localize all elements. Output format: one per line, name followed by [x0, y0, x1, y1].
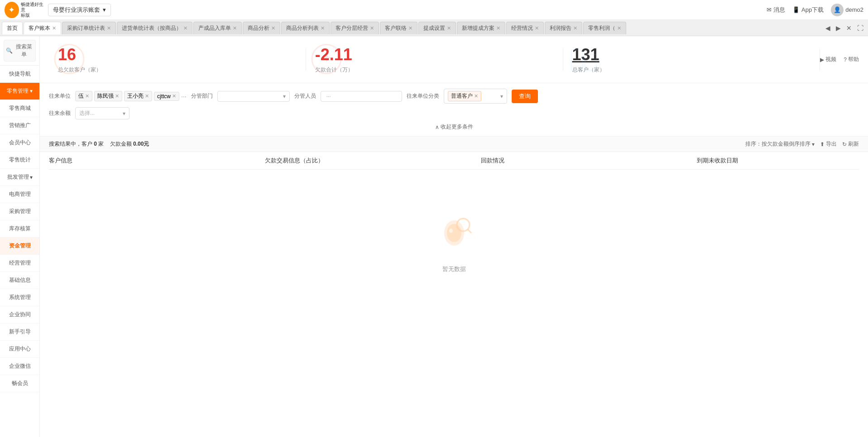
sidebar-item-quick-nav[interactable]: 快捷导航: [0, 66, 39, 83]
close-icon[interactable]: ✕: [107, 25, 111, 31]
remove-unit-type-tag[interactable]: ✕: [474, 93, 478, 99]
workspace-selector[interactable]: 母婴行业演示账套 ▾: [48, 4, 111, 16]
sidebar-item-inventory[interactable]: 库存核算: [0, 220, 39, 238]
tab-commission-settings[interactable]: 提成设置 ✕: [418, 22, 456, 34]
sidebar-item-finance[interactable]: 资金管理: [0, 238, 39, 255]
chevron-down-icon: ▾: [283, 93, 286, 100]
sidebar-item-retail-mall[interactable]: 零售商城: [0, 100, 39, 117]
close-icon[interactable]: ✕: [321, 25, 325, 31]
chevron-up-icon: ∧: [435, 124, 439, 130]
tab-cost-inbound[interactable]: 产成品入库单 ✕: [193, 22, 242, 34]
main-layout: 🔍 搜索菜单 快捷导航 零售管理 ▾ 零售商城 营销推广 会员中心 零售统计 批…: [0, 36, 868, 437]
refresh-icon: ↻: [842, 141, 847, 147]
remove-tag-chen[interactable]: ✕: [115, 93, 119, 99]
table-header: 客户信息 欠款交易信息（占比） 回款情况 到期未收款日期: [49, 152, 859, 170]
tab-goods-analysis[interactable]: 商品分析 ✕: [243, 22, 280, 34]
sidebar-item-batch-mgmt[interactable]: 批发管理 ▾: [0, 169, 39, 186]
close-icon[interactable]: ✕: [271, 25, 275, 31]
export-btn[interactable]: ⬆ 导出: [820, 140, 837, 148]
tab-goods-analysis-list[interactable]: 商品分析列表 ✕: [281, 22, 330, 34]
tab-customer-book[interactable]: 客户账本 ✕: [24, 22, 61, 34]
person-filter-input[interactable]: ···: [321, 91, 402, 102]
sidebar-item-basic-info[interactable]: 基础信息: [0, 272, 39, 289]
tab-new-commission[interactable]: 新增提成方案 ✕: [457, 22, 505, 34]
logo-icon: ✦: [5, 2, 19, 18]
chevron-down-icon: ▾: [103, 6, 106, 13]
filter-tag-wu: 伍 ✕: [75, 91, 92, 101]
download-icon: 📱: [792, 6, 800, 13]
collapse-btn[interactable]: ∧ 收起更多条件: [435, 123, 473, 131]
sidebar-item-vip-member[interactable]: 畅会员: [0, 375, 39, 392]
unit-filter-label: 往来单位: [49, 92, 71, 100]
tab-operation-status[interactable]: 经营情况 ✕: [506, 22, 544, 34]
sidebar-item-operation-mgmt[interactable]: 经营管理: [0, 255, 39, 272]
content-area: ¥ 16 总欠款客户（家） ✦ -2.11 欠款合计（万）: [40, 36, 868, 437]
message-btn[interactable]: ✉ 消息: [767, 6, 785, 14]
remove-tag-wu[interactable]: ✕: [85, 93, 89, 99]
svg-text:¥: ¥: [65, 51, 73, 65]
table-area: 客户信息 欠款交易信息（占比） 回款情况 到期未收款日期 暂: [40, 152, 868, 309]
close-icon[interactable]: ✕: [573, 25, 577, 31]
sidebar-item-new-guide[interactable]: 新手引导: [0, 323, 39, 341]
close-icon[interactable]: ✕: [535, 25, 539, 31]
close-icon[interactable]: ✕: [408, 25, 412, 31]
col-header-repayment: 回款情况: [481, 157, 697, 165]
svg-text:✦: ✦: [321, 51, 331, 65]
svg-rect-4: [571, 50, 583, 70]
close-icon[interactable]: ✕: [52, 25, 56, 31]
play-icon: ▶: [820, 57, 824, 63]
tab-purchase-order[interactable]: 采购订单统计表 ✕: [62, 22, 116, 34]
filter-row-1: 往来单位 伍 ✕ 陈民强 ✕ 王小亮 ✕ cjttcw: [49, 89, 859, 104]
search-menu-button[interactable]: 🔍 搜索菜单: [4, 40, 36, 62]
sidebar-item-ecommerce[interactable]: 电商管理: [0, 186, 39, 203]
sidebar-item-member-center[interactable]: 会员中心: [0, 134, 39, 152]
tab-next-btn[interactable]: ▶: [833, 24, 844, 32]
sidebar-item-marketing[interactable]: 营销推广: [0, 117, 39, 134]
close-icon[interactable]: ✕: [447, 25, 451, 31]
search-button[interactable]: 查询: [512, 90, 538, 103]
video-btn[interactable]: ▶ 视频: [820, 56, 836, 63]
help-btn[interactable]: ? 帮助: [844, 56, 859, 63]
svg-point-10: [449, 228, 453, 233]
sort-select[interactable]: 排序：按欠款金额倒序排序 ▾: [745, 140, 815, 148]
tab-customer-tier[interactable]: 客户分层经营 ✕: [331, 22, 379, 34]
close-icon[interactable]: ✕: [183, 25, 187, 31]
sidebar-item-purchase-mgmt[interactable]: 采购管理: [0, 203, 39, 220]
tab-prev-btn[interactable]: ◀: [823, 24, 833, 32]
remove-tag-cjttcw[interactable]: ✕: [172, 93, 176, 99]
tab-maximize-btn[interactable]: ⛶: [854, 24, 866, 32]
filter-tag-cjttcw: cjttcw ✕: [154, 92, 179, 101]
filter-more-btn[interactable]: ···: [181, 93, 187, 100]
tab-close-all-btn[interactable]: ✕: [844, 24, 854, 32]
dept-filter-select[interactable]: ▾: [217, 91, 290, 102]
sidebar-item-app-center[interactable]: 应用中心: [0, 341, 39, 358]
sidebar-item-retail-mgmt[interactable]: 零售管理 ▾: [0, 83, 39, 100]
tab-home[interactable]: 首页: [2, 22, 23, 34]
close-icon[interactable]: ✕: [233, 25, 237, 31]
message-icon: ✉: [767, 6, 772, 13]
sidebar-item-enterprise-collab[interactable]: 企业协同: [0, 306, 39, 323]
refresh-btn[interactable]: ↻ 刷新: [842, 140, 859, 148]
col-header-date: 到期未收款日期: [697, 157, 859, 165]
results-actions: 排序：按欠款金额倒序排序 ▾ ⬆ 导出 ↻ 刷新: [745, 140, 859, 148]
user-menu[interactable]: 👤 demo2: [831, 4, 863, 16]
unit-type-select[interactable]: 普通客户 ✕ ▾: [444, 89, 507, 104]
close-icon[interactable]: ✕: [496, 25, 500, 31]
tab-profit-report[interactable]: 利润报告 ✕: [545, 22, 582, 34]
sidebar-item-system-mgmt[interactable]: 系统管理: [0, 289, 39, 306]
app-download-btn[interactable]: 📱 App下载: [792, 6, 824, 14]
stat-card-customers: ¥ 16 总欠款客户（家）: [49, 41, 306, 78]
tab-retail-profit[interactable]: 零售利润（ ✕: [583, 22, 626, 34]
sidebar-item-retail-stats[interactable]: 零售统计: [0, 152, 39, 169]
logo-area: ✦ 畅捷通好生意 标版: [5, 2, 44, 18]
sidebar-item-enterprise-wechat[interactable]: 企业微信: [0, 358, 39, 375]
close-icon[interactable]: ✕: [617, 25, 621, 31]
surplus-filter-select[interactable]: 选择... ▾: [75, 107, 129, 119]
remove-tag-wang[interactable]: ✕: [145, 93, 149, 99]
close-icon[interactable]: ✕: [370, 25, 374, 31]
video-help-area: ▶ 视频 ? 帮助: [820, 56, 859, 63]
more-options-icon[interactable]: ···: [326, 93, 331, 100]
filter-tag-chen: 陈民强 ✕: [94, 91, 122, 101]
tab-inbound-stats[interactable]: 进货单统计表（按商品） ✕: [117, 22, 192, 34]
tab-customer-contact[interactable]: 客户联络 ✕: [380, 22, 417, 34]
